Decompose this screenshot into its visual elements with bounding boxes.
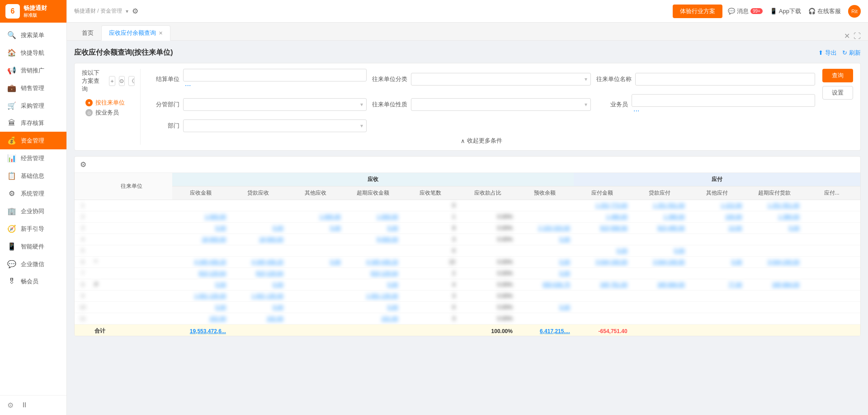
cell-ap_more[interactable]: [803, 234, 860, 245]
cell-ap_more[interactable]: [803, 291, 860, 302]
cell-ap_amount[interactable]: [574, 234, 631, 245]
cell-ar_prepay[interactable]: [516, 245, 574, 257]
cell-ar_other[interactable]: 0.00: [287, 223, 344, 234]
cell-ar_other[interactable]: [287, 234, 344, 245]
cell-ap_overdue[interactable]: 0.00: [745, 223, 803, 234]
cell-link-ar_amount[interactable]: 1,000.00: [205, 214, 226, 220]
cell-ar_ratio[interactable]: 0.00%: [459, 302, 516, 313]
cell-ar_other[interactable]: [287, 279, 344, 291]
cell-ap_amount[interactable]: [574, 268, 631, 279]
chevron-down-icon[interactable]: ▾: [126, 8, 128, 14]
sidebar-item-quick[interactable]: 🏠快捷导航: [0, 44, 66, 62]
cell-ar_other[interactable]: [287, 313, 344, 324]
cell-ap_amount[interactable]: 345,761.00: [574, 279, 631, 291]
cell-link-ap_other[interactable]: 100.00: [726, 214, 742, 220]
partner-nature-input[interactable]: [411, 98, 591, 111]
cell-ar_amount[interactable]: 4,345,436.20: [172, 257, 230, 268]
scheme-by-salesman[interactable]: ⊙ 按业务员: [85, 109, 135, 117]
cell-link-ar_amount[interactable]: 0.00: [215, 225, 226, 231]
cell-link-ar_overdue[interactable]: 9,000.00: [377, 236, 398, 243]
sidebar-item-inventory[interactable]: 🏛库存核算: [0, 114, 66, 132]
cell-ar_count[interactable]: 2: [401, 268, 459, 279]
cell-ar_ratio[interactable]: 0.00%: [459, 268, 516, 279]
cell-ap_overdue[interactable]: [745, 234, 803, 245]
cell-link-ap_other[interactable]: 0.00: [731, 259, 742, 265]
app-download-btn[interactable]: 📱 App下载: [770, 7, 801, 15]
setting-button[interactable]: 设置: [822, 86, 853, 100]
cell-link-ar_prepay[interactable]: 655,636.75: [543, 281, 570, 288]
settings-icon[interactable]: ⚙: [7, 401, 14, 410]
cell-link-ap_amount[interactable]: 915,508.56: [600, 225, 627, 231]
cell-ap_other[interactable]: [688, 245, 745, 257]
cell-ap_loan[interactable]: 915,495.56: [631, 223, 689, 234]
cell-ar_amount[interactable]: [172, 245, 230, 257]
cell-ar_other[interactable]: [287, 268, 344, 279]
cell-ap_more[interactable]: [803, 200, 860, 211]
cell-link-ar_loan[interactable]: 810,126.64: [256, 270, 283, 277]
cell-ar_overdue[interactable]: 0.00: [344, 302, 401, 313]
cell-link-ar_loan[interactable]: 18,000.00: [259, 236, 283, 243]
cell-link-ar_loan[interactable]: 4,345,436.20: [252, 259, 283, 265]
cell-ap_loan[interactable]: [631, 268, 689, 279]
cell-name[interactable]: [91, 268, 172, 279]
cell-link-ar_prepay[interactable]: 2,153,333.00: [538, 225, 570, 231]
cell-ar_prepay[interactable]: [516, 211, 574, 223]
cell-name[interactable]: [91, 200, 172, 211]
cell-link-ar_prepay[interactable]: 0.00: [559, 259, 570, 265]
cell-ar_loan[interactable]: 0.00: [230, 302, 287, 313]
cell-link-ap_other[interactable]: 13.00: [728, 225, 742, 231]
cell-ap_other[interactable]: 13.00: [688, 223, 745, 234]
cell-ar_ratio[interactable]: 0.00%: [459, 234, 516, 245]
cell-name[interactable]: [91, 302, 172, 313]
cell-link-ar_other[interactable]: 0.00: [330, 259, 340, 265]
cell-ar_amount[interactable]: 1,001,135.00: [172, 291, 230, 302]
cell-ar_prepay[interactable]: 0.00: [516, 234, 574, 245]
sidebar-item-system[interactable]: ⚙系统管理: [0, 185, 66, 202]
cell-link-ap_overdue[interactable]: 1,251,551.00: [768, 202, 799, 209]
more-scheme-btn[interactable]: 《: [128, 76, 135, 86]
cell-ar_loan[interactable]: 4,345,436.20: [230, 257, 287, 268]
cell-link-ap_amount[interactable]: 0.00: [617, 248, 627, 254]
scheme-by-partner[interactable]: ✦ 按往来单位: [85, 99, 135, 107]
cell-ar_count[interactable]: 22: [401, 257, 459, 268]
cell-ap_other[interactable]: 77.00: [688, 279, 745, 291]
cell-ar_overdue[interactable]: 0.00: [344, 279, 401, 291]
cell-ar_overdue[interactable]: [344, 245, 401, 257]
cell-ar_overdue[interactable]: 9,000.00: [344, 234, 401, 245]
cell-ap_loan[interactable]: 345,684.00: [631, 279, 689, 291]
cell-ar_overdue[interactable]: 4,345,436.20: [344, 257, 401, 268]
cell-ar_overdue[interactable]: 0.00: [344, 223, 401, 234]
cell-ar_other[interactable]: [287, 200, 344, 211]
cell-ar_loan[interactable]: 810,126.64: [230, 268, 287, 279]
cell-ap_other[interactable]: [688, 291, 745, 302]
sidebar-item-purchase[interactable]: 🛒采购管理: [0, 97, 66, 114]
cell-ap_other[interactable]: 0.00: [688, 257, 745, 268]
message-btn[interactable]: 💬 消息 99+: [728, 7, 763, 15]
cell-ap_amount[interactable]: 915,508.56: [574, 223, 631, 234]
cell-ar_overdue[interactable]: 101.00: [344, 313, 401, 324]
cell-link-ar_overdue[interactable]: 0.00: [387, 225, 398, 231]
tab-home[interactable]: 首页: [74, 25, 101, 40]
cell-ar_loan[interactable]: 0.00: [230, 223, 287, 234]
cell-link-ar_overdue[interactable]: 0.00: [387, 304, 398, 310]
filter-collapse-btn[interactable]: ∧ 收起更多条件: [148, 137, 815, 145]
cell-ar_loan[interactable]: 1,001,135.00: [230, 291, 287, 302]
cell-ar_loan[interactable]: 152.00: [230, 313, 287, 324]
tab-close-all-icon[interactable]: ✕: [844, 32, 850, 40]
cell-ap_overdue[interactable]: [745, 313, 803, 324]
cell-link-ar_amount[interactable]: 0.00: [215, 281, 226, 288]
cell-link-ap_overdue[interactable]: 3,044,240.00: [768, 259, 799, 265]
footer-ar-amount-value[interactable]: 19,553,472,6...: [190, 328, 226, 334]
cell-ar_other[interactable]: [287, 302, 344, 313]
sidebar-item-hardware[interactable]: 📱智能硬件: [0, 238, 66, 255]
cell-ap_overdue[interactable]: [745, 291, 803, 302]
sidebar-item-marketing[interactable]: 📢营销推广: [0, 62, 66, 79]
cell-ar_count[interactable]: 3: [401, 313, 459, 324]
cell-ar_amount[interactable]: 1,000.00: [172, 211, 230, 223]
cell-ap_overdue[interactable]: [745, 302, 803, 313]
cell-ap_overdue[interactable]: 3,044,240.00: [745, 257, 803, 268]
table-container[interactable]: 往来单位 应收 应付 应收金额 贷款应收 其他应收 超期应收金额 应收笔数 应收…: [75, 173, 860, 336]
sidebar-item-finance[interactable]: 💰资金管理: [0, 132, 66, 149]
cell-link-ar_prepay[interactable]: 0.00: [559, 270, 570, 277]
query-button[interactable]: 查询: [822, 69, 853, 82]
